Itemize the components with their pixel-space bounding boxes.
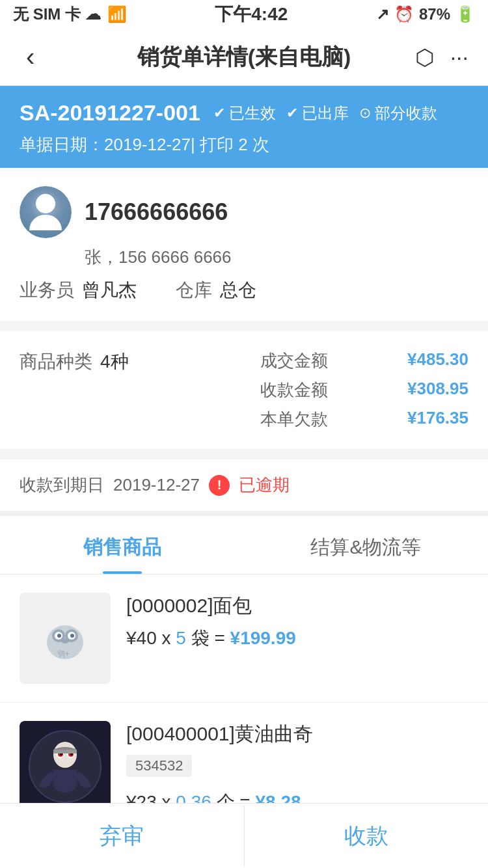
owl-icon: 鸮+ [39, 612, 91, 664]
amount-value: ¥485.30 [407, 349, 468, 372]
product-price-1: ¥40 x 5 袋 = ¥199.99 [126, 626, 468, 651]
received-value: ¥308.95 [407, 379, 468, 401]
product-type-item: 商品种类 4种 [20, 349, 129, 374]
products-section: 鸮+ [0000002]面包 ¥40 x 5 袋 = ¥199.99 [0, 575, 488, 834]
alarm-icon: ⏰ [394, 5, 414, 23]
svg-rect-18 [53, 750, 77, 753]
sim-status: 无 SIM 卡 ☁ [13, 4, 101, 25]
overdue-date: 2019-12-27 [113, 475, 200, 495]
price-base-1: ¥40 [126, 628, 157, 648]
badge-shipped: 已出库 [286, 103, 349, 124]
summary-left: 商品种类 4种 [20, 349, 129, 378]
back-button[interactable]: ‹ [20, 36, 41, 78]
overdue-warning-icon: ! [209, 475, 230, 496]
customer-section: 17666666666 张，156 6666 6666 业务员 曾凡杰 仓库 总… [0, 168, 488, 321]
abandon-review-button[interactable]: 弃审 [0, 806, 245, 867]
page-title: 销货单详情(来自电脑) [137, 42, 351, 72]
tab-settlement[interactable]: 结算&物流等 [244, 516, 488, 574]
tabs: 销售商品 结算&物流等 [0, 516, 488, 575]
status-right: ↗ ⏰ 87% 🔋 [376, 5, 475, 23]
status-badges: 已生效 已出库 部分收款 [213, 103, 437, 124]
avatar [20, 186, 72, 238]
order-id: SA-20191227-001 [20, 100, 200, 126]
price-total-1: ¥199.99 [230, 628, 296, 648]
product-tag-2: 534532 [126, 755, 192, 777]
received-label: 收款金额 [260, 379, 328, 401]
tab-products[interactable]: 销售商品 [0, 516, 244, 574]
customer-id: 17666666666 [85, 198, 228, 226]
overdue-section: 收款到期日 2019-12-27 ! 已逾期 [0, 459, 488, 516]
bottom-bar: 弃审 收款 [0, 803, 488, 868]
status-time: 下午4:42 [215, 2, 288, 27]
product-image-placeholder-1: 鸮+ [39, 612, 91, 664]
status-bar: 无 SIM 卡 ☁ 📶 下午4:42 ↗ ⏰ 87% 🔋 [0, 0, 488, 29]
product-item: 鸮+ [0000002]面包 ¥40 x 5 袋 = ¥199.99 [0, 575, 488, 703]
warehouse-item: 仓库 总仓 [176, 278, 256, 303]
customer-meta: 业务员 曾凡杰 仓库 总仓 [20, 278, 468, 303]
customer-sub-name: 张，156 6666 6666 [20, 246, 468, 269]
amount-row: 成交金额 ¥485.30 [260, 349, 468, 372]
nav-bar: ‹ 销货单详情(来自电脑) ⬡ ··· [0, 29, 488, 86]
salesperson-label: 业务员 [20, 278, 74, 303]
product-type-label: 商品种类 [20, 349, 92, 374]
share-icon[interactable]: ⬡ [415, 44, 435, 70]
overdue-label: 收款到期日 [20, 474, 104, 496]
badge-activated: 已生效 [213, 103, 276, 124]
badge-partial: 部分收款 [359, 103, 437, 124]
salesperson-item: 业务员 曾凡杰 [20, 278, 137, 303]
status-left: 无 SIM 卡 ☁ 📶 [13, 4, 127, 25]
product-info-1: [0000002]面包 ¥40 x 5 袋 = ¥199.99 [126, 593, 468, 651]
customer-top: 17666666666 [20, 186, 468, 238]
product-svg-2 [20, 721, 111, 812]
more-icon[interactable]: ··· [450, 44, 468, 70]
salesperson-value: 曾凡杰 [82, 278, 137, 303]
owed-value: ¥176.35 [407, 408, 468, 431]
order-date: 单据日期：2019-12-27| 打印 2 次 [20, 133, 468, 156]
summary-section: 商品种类 4种 成交金额 ¥485.30 收款金额 ¥308.95 本单欠款 ¥… [0, 331, 488, 449]
svg-point-7 [61, 638, 69, 644]
product-name-2: [000400001]黄油曲奇 [126, 721, 468, 748]
nav-actions: ⬡ ··· [415, 44, 468, 70]
price-qty-1: 5 [176, 628, 186, 648]
received-row: 收款金额 ¥308.95 [260, 379, 468, 401]
svg-text:鸮+: 鸮+ [57, 649, 70, 658]
product-thumb-2 [20, 721, 111, 812]
summary-right: 成交金额 ¥485.30 收款金额 ¥308.95 本单欠款 ¥176.35 [260, 349, 468, 431]
product-image-2 [20, 721, 111, 812]
order-header: SA-20191227-001 已生效 已出库 部分收款 单据日期：2019-1… [0, 86, 488, 168]
owed-label: 本单欠款 [260, 408, 328, 431]
warehouse-value: 总仓 [220, 278, 256, 303]
product-name-1: [0000002]面包 [126, 593, 468, 619]
svg-point-6 [70, 634, 74, 638]
product-info-2: [000400001]黄油曲奇 534532 ¥23 x 0.36 个 = ¥8… [126, 721, 468, 815]
product-type-value: 4种 [100, 349, 129, 374]
price-unit-1: 袋 [191, 628, 210, 648]
svg-point-5 [57, 634, 61, 638]
location-icon: ↗ [376, 5, 389, 23]
wifi-icon: 📶 [107, 5, 127, 23]
owed-row: 本单欠款 ¥176.35 [260, 408, 468, 431]
battery-icon: 🔋 [455, 5, 475, 23]
amount-label: 成交金额 [260, 349, 328, 372]
product-thumb-1: 鸮+ [20, 593, 111, 684]
collect-payment-button[interactable]: 收款 [245, 806, 489, 867]
battery-level: 87% [419, 5, 450, 23]
overdue-text: 已逾期 [239, 474, 290, 496]
warehouse-label: 仓库 [176, 278, 212, 303]
